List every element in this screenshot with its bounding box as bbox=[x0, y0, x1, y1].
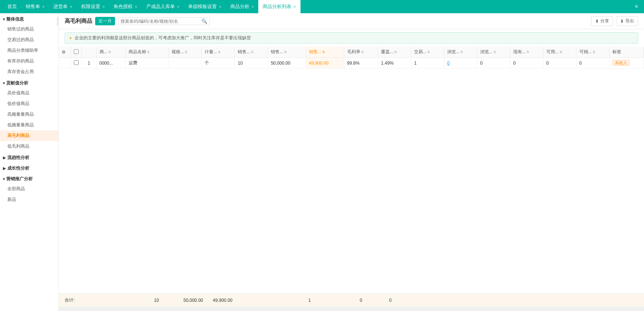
footer-cell-current-stock: 0 bbox=[357, 298, 386, 303]
sidebar-item-low-value[interactable]: 低价值商品 bbox=[0, 98, 58, 109]
sidebar-item-high-value[interactable]: 高价值商品 bbox=[0, 88, 58, 98]
cell-coverage: 1.49% bbox=[378, 58, 411, 69]
search-icon[interactable]: 🔍 bbox=[201, 18, 207, 24]
sort-icon-available[interactable]: ⇅ bbox=[560, 50, 562, 54]
sidebar-item-low-freq[interactable]: 低频量量商品 bbox=[0, 120, 58, 130]
sidebar-item-stocked-goods[interactable]: 有库存的商品 bbox=[0, 56, 58, 66]
tab-analysis[interactable]: 商品分析 × bbox=[226, 0, 258, 13]
sort-icon-saleable[interactable]: ⇅ bbox=[593, 50, 596, 54]
close-tab-analysis-list[interactable]: × bbox=[294, 4, 296, 9]
sort-icon-sales-profit[interactable]: ⇅ bbox=[322, 50, 325, 54]
sort-icon-unit[interactable]: ⇅ bbox=[218, 50, 221, 54]
export-button[interactable]: ⬇ 导出 bbox=[616, 16, 638, 26]
sort-icon-trade[interactable]: ⇅ bbox=[427, 50, 430, 54]
sidebar-item-high-margin[interactable]: 高毛利商品 bbox=[0, 130, 58, 141]
col-header-browse2[interactable]: 浏览... ⇅ bbox=[477, 47, 510, 58]
col-header-name[interactable]: 商品名称 ⇅ bbox=[125, 47, 169, 58]
footer-cell-available: 0 bbox=[386, 298, 415, 303]
col-header-sales-qty[interactable]: 销售... ⇅ bbox=[235, 47, 268, 58]
close-tab-purchase[interactable]: × bbox=[70, 4, 72, 9]
sort-icon-name[interactable]: ⇅ bbox=[147, 50, 150, 54]
sidebar-group-overall[interactable]: ▾ 整体信息 bbox=[0, 13, 58, 24]
close-tab-role[interactable]: × bbox=[135, 4, 137, 9]
sidebar-item-new-goods[interactable]: 新品 bbox=[0, 194, 58, 205]
tab-permission[interactable]: 权限设置 × bbox=[77, 0, 109, 13]
footer-values: 10 50,000.00 49,900.00 1 0 0 bbox=[78, 298, 638, 303]
col-header-settings[interactable]: ⚙ bbox=[59, 47, 71, 58]
close-tab-product-import[interactable]: × bbox=[177, 4, 179, 9]
col-header-sales-amount[interactable]: 销售... ⇅ bbox=[268, 47, 306, 58]
search-input[interactable] bbox=[120, 19, 201, 24]
sidebar-item-analysis-assist[interactable]: 商品分类辅助率 bbox=[0, 45, 58, 56]
cell-sales-amount: 50,000.00 bbox=[268, 58, 306, 69]
sidebar-group-wealth[interactable]: ▾ 贡献值分析 bbox=[0, 77, 58, 88]
arrow-icon-growth: ▶ bbox=[3, 166, 6, 170]
sidebar-group-trend[interactable]: ▶ 流趋性分析 bbox=[0, 152, 58, 162]
col-header-tag[interactable]: 标签 bbox=[609, 47, 644, 58]
footer-label: 合计: bbox=[65, 297, 75, 303]
row-checkbox[interactable] bbox=[74, 60, 79, 65]
sort-icon-current-stock[interactable]: ⇅ bbox=[526, 50, 529, 54]
tab-role[interactable]: 角色授权 × bbox=[109, 0, 141, 13]
sort-icon-sales-qty[interactable]: ⇅ bbox=[251, 50, 254, 54]
footer-cell-empty2 bbox=[239, 298, 305, 303]
sidebar-item-low-margin[interactable]: 低毛利商品 bbox=[0, 141, 58, 152]
sort-icon-browse1[interactable]: ⇅ bbox=[460, 50, 463, 54]
col-header-spec[interactable]: 规格... ⇅ bbox=[169, 47, 202, 58]
cell-margin-rate: 99.8% bbox=[344, 58, 378, 69]
tab-purchase[interactable]: 进货单 × bbox=[49, 0, 76, 13]
col-header-margin-rate[interactable]: 毛利率 ⇅ bbox=[344, 47, 378, 58]
share-button[interactable]: ⬆ 分享 bbox=[591, 16, 613, 26]
select-all-checkbox[interactable] bbox=[74, 49, 79, 54]
cell-seq: 1 bbox=[82, 58, 96, 69]
cell-sales-qty: 10 bbox=[235, 58, 268, 69]
sidebar-item-high-freq[interactable]: 高频量量商品 bbox=[0, 109, 58, 120]
tab-home[interactable]: 首页 bbox=[3, 0, 21, 13]
close-tab-template[interactable]: × bbox=[219, 4, 221, 9]
close-tab-permission[interactable]: × bbox=[102, 4, 105, 9]
cell-checkbox[interactable] bbox=[71, 58, 82, 69]
cell-spec bbox=[169, 58, 202, 69]
filter-recent-month[interactable]: 近一月 bbox=[95, 17, 115, 25]
col-header-sales-profit[interactable]: 销售... ⇅ bbox=[306, 47, 344, 58]
tab-template[interactable]: 单据模板设置 × bbox=[184, 0, 226, 13]
sort-icon-margin-rate[interactable]: ⇅ bbox=[361, 50, 364, 54]
cell-browse2: 0 bbox=[477, 58, 510, 69]
tab-product-import[interactable]: 产成品入库单 × bbox=[142, 0, 184, 13]
window-close-button[interactable]: × bbox=[632, 3, 641, 10]
sidebar: « ▾ 整体信息 销售过的商品 交易过的商品 商品分类辅助率 有库存的商品 库存… bbox=[0, 13, 59, 311]
cell-browse1[interactable]: 0 bbox=[444, 58, 477, 69]
settings-icon[interactable]: ⚙ bbox=[62, 50, 66, 55]
col-header-trade[interactable]: 交易... ⇅ bbox=[411, 47, 444, 58]
tab-sales[interactable]: 销售单 × bbox=[21, 0, 49, 13]
sidebar-group-growth[interactable]: ▶ 成长性分析 bbox=[0, 162, 58, 173]
col-header-browse1[interactable]: 浏览... ⇅ bbox=[444, 47, 477, 58]
tab-analysis-list[interactable]: 商品分析列表 × bbox=[258, 0, 300, 13]
col-header-current-stock[interactable]: 现有... ⇅ bbox=[510, 47, 543, 58]
sort-icon-spec[interactable]: ⇅ bbox=[185, 50, 188, 54]
sort-icon-coverage[interactable]: ⇅ bbox=[394, 50, 397, 54]
horizontal-scrollbar[interactable] bbox=[59, 307, 644, 311]
sidebar-item-traded-goods[interactable]: 交易过的商品 bbox=[0, 35, 58, 45]
sidebar-collapse-button[interactable]: « bbox=[57, 17, 59, 26]
sort-icon-sales-amount[interactable]: ⇅ bbox=[284, 50, 287, 54]
col-header-checkbox[interactable] bbox=[71, 47, 82, 58]
col-header-code[interactable]: 商... ⇅ bbox=[96, 47, 125, 58]
cell-row-action bbox=[59, 58, 71, 69]
close-tab-analysis[interactable]: × bbox=[252, 4, 254, 9]
col-header-saleable[interactable]: 可销... ⇅ bbox=[576, 47, 609, 58]
sidebar-item-stock-fund[interactable]: 库存资金占用 bbox=[0, 66, 58, 77]
sort-icon-code[interactable]: ⇅ bbox=[108, 50, 111, 54]
col-header-available[interactable]: 可用... ⇅ bbox=[543, 47, 576, 58]
sort-icon-browse2[interactable]: ⇅ bbox=[493, 50, 496, 54]
col-header-unit[interactable]: 计量... ⇅ bbox=[202, 47, 235, 58]
top-navigation: 首页 销售单 × 进货单 × 权限设置 × 角色授权 × 产成品入库单 × 单据… bbox=[0, 0, 644, 13]
sidebar-item-all-goods[interactable]: 全部商品 bbox=[0, 184, 58, 194]
arrow-icon: ▾ bbox=[3, 17, 5, 21]
sidebar-item-sales-goods[interactable]: 销售过的商品 bbox=[0, 24, 58, 35]
search-box: 🔍 bbox=[118, 17, 210, 25]
sidebar-group-marketing[interactable]: ▾ 营销推广分析 bbox=[0, 173, 58, 184]
footer-cell-sales-qty: 10 bbox=[151, 298, 180, 303]
col-header-coverage[interactable]: 覆盖... ⇅ bbox=[378, 47, 411, 58]
close-tab-sales[interactable]: × bbox=[42, 4, 44, 9]
